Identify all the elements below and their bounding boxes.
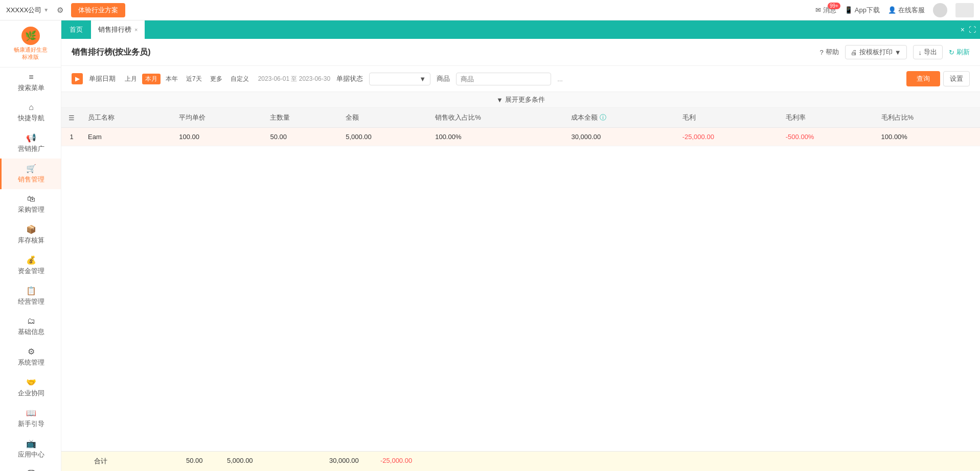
date-range-group: 上月 本月 本年 近7天 更多 自定义 <box>122 74 252 84</box>
cost-info-icon[interactable]: ⓘ <box>600 114 606 121</box>
company-name: XXXXX公司 <box>6 6 41 15</box>
sidebar-item-sys-mgmt[interactable]: ⚙ 系统管理 <box>0 342 61 372</box>
sidebar-item-label: 应用中心 <box>18 450 44 459</box>
export-button[interactable]: ↓ 导出 <box>913 45 943 59</box>
footer-total: 5,000.00 <box>221 457 272 466</box>
avatar[interactable] <box>933 3 947 17</box>
status-label: 单据状态 <box>336 74 363 83</box>
enterprise-collab-icon: 🤝 <box>26 377 36 387</box>
export-icon: ↓ <box>919 49 922 56</box>
expand-more-icon: ▼ <box>496 96 503 104</box>
sidebar-item-capital-mgmt[interactable]: 💰 资金管理 <box>0 250 61 281</box>
tab-home[interactable]: 首页 <box>61 20 91 39</box>
sidebar-item-enterprise-wechat[interactable]: 💬 企业微信 <box>0 464 61 471</box>
online-service-button[interactable]: 👤 在线客服 <box>888 6 925 15</box>
sidebar-item-search-order[interactable]: ≡ 搜索菜单 <box>0 68 61 98</box>
date-custom-button[interactable]: 自定义 <box>227 74 252 84</box>
date-more-button[interactable]: 更多 <box>207 74 225 84</box>
cell-employee: Eam <box>82 128 173 146</box>
sidebar-item-label: 经营管理 <box>18 297 44 306</box>
sidebar-item-enterprise-collab[interactable]: 🤝 企业协同 <box>0 372 61 403</box>
help-button[interactable]: ? 帮助 <box>819 48 838 57</box>
cell-gross: -25,000.00 <box>676 128 780 146</box>
date-this-year-button[interactable]: 本年 <box>163 74 181 84</box>
sidebar-item-label: 系统管理 <box>18 358 44 367</box>
search-order-icon: ≡ <box>29 73 33 82</box>
inventory-icon: 📦 <box>26 225 36 234</box>
col-cost: 成本全额 ⓘ <box>565 108 676 128</box>
sidebar-item-purchase-mgmt[interactable]: 🛍 采购管理 <box>0 189 61 219</box>
cell-sales-pct: 100.00% <box>429 128 565 146</box>
cell-gross-pct: 100.00% <box>875 128 980 146</box>
sidebar-item-marketing[interactable]: 📢 营销推广 <box>0 128 61 159</box>
sidebar-item-ops-mgmt[interactable]: 📋 经营管理 <box>0 281 61 311</box>
logo-text: 畅康通好生意标准版 <box>14 46 48 61</box>
company-selector[interactable]: XXXXX公司 ▼ <box>6 6 49 15</box>
table-settings-button[interactable]: 设置 <box>943 71 970 86</box>
app-icon: 📱 <box>845 6 853 14</box>
refresh-button[interactable]: ↻ 刷新 <box>949 48 970 57</box>
status-select[interactable]: ▼ <box>369 73 430 85</box>
date-7days-button[interactable]: 近7天 <box>183 74 205 84</box>
sidebar-item-app-center[interactable]: 📺 应用中心 <box>0 434 61 464</box>
print-icon: 🖨 <box>851 49 857 56</box>
sidebar-item-inventory[interactable]: 📦 库存核算 <box>0 219 61 250</box>
more-filter-dots[interactable]: ... <box>557 75 563 83</box>
col-gross-rate: 毛利率 <box>780 108 875 128</box>
query-button[interactable]: 查询 <box>906 71 940 86</box>
message-icon: ✉ <box>815 6 821 14</box>
tab-sales-ranking[interactable]: 销售排行榜 × <box>91 20 145 39</box>
col-avg-price: 平均单价 <box>173 108 264 128</box>
sidebar: 🌿 畅康通好生意标准版 ≡ 搜索菜单 ⌂ 快捷导航 📢 营销推广 🛒 销售管理 … <box>0 20 61 471</box>
tab-window-close-button[interactable]: × <box>961 26 965 34</box>
top-right-actions: ✉ 消息 99+ 📱 App下载 👤 在线客服 <box>815 3 974 17</box>
footer-gross: -25,000.00 <box>374 457 425 466</box>
expand-more-button[interactable]: ▼ 展开更多条件 <box>496 95 545 104</box>
sidebar-item-sales-mgmt[interactable]: 🛒 销售管理 <box>0 159 61 189</box>
col-settings[interactable]: ☰ <box>61 108 82 128</box>
content-area: 首页 销售排行榜 × × ⛶ 销售排行榜(按业务员) ? 帮助 <box>61 20 980 471</box>
table-footer: 合计 50.00 5,000.00 30,000.00 -25,000.00 <box>61 451 980 471</box>
expand-more-bar: ▼ 展开更多条件 <box>61 92 980 108</box>
capital-mgmt-icon: 💰 <box>26 255 36 265</box>
date-label: 单据日期 <box>89 74 116 83</box>
tab-close-icon[interactable]: × <box>134 27 138 33</box>
beginner-guide-icon: 📖 <box>26 408 36 418</box>
message-button[interactable]: ✉ 消息 99+ <box>815 6 836 15</box>
col-employee: 员工名称 <box>82 108 173 128</box>
sidebar-item-label: 采购管理 <box>18 205 44 214</box>
sidebar-item-basic-info[interactable]: 🗂 基础信息 <box>0 311 61 342</box>
col-total: 全额 <box>339 108 429 128</box>
table-body: 1Eam100.0050.005,000.00100.00%30,000.00-… <box>61 128 980 146</box>
cell-total: 5,000.00 <box>339 128 429 146</box>
cell-avg-price: 100.00 <box>173 128 264 146</box>
tab-bar: 首页 销售排行榜 × × ⛶ <box>61 20 980 39</box>
trial-button[interactable]: 体验行业方案 <box>71 3 125 17</box>
logo-icon: 🌿 <box>21 27 40 45</box>
refresh-icon: ↻ <box>949 49 954 56</box>
sales-ranking-table: ☰ 员工名称 平均单价 主数量 全额 销售收入占比% 成本全额 ⓘ 毛利 毛利率… <box>61 108 980 146</box>
tab-window-expand-button[interactable]: ⛶ <box>969 26 976 34</box>
tab-label: 销售排行榜 <box>98 25 131 34</box>
cell-rank: 1 <box>61 128 82 146</box>
date-last-month-button[interactable]: 上月 <box>122 74 140 84</box>
footer-qty: 50.00 <box>180 457 221 466</box>
app-download-button[interactable]: 📱 App下载 <box>845 6 880 15</box>
col-qty: 主数量 <box>264 108 339 128</box>
sidebar-item-beginner-guide[interactable]: 📖 新手引导 <box>0 403 61 434</box>
print-button[interactable]: 🖨 按模板打印 ▼ <box>845 45 907 59</box>
col-gross-pct: 毛利占比% <box>875 108 980 128</box>
app-download-label: App下载 <box>855 6 880 15</box>
cell-qty: 50.00 <box>264 128 339 146</box>
user-name-area[interactable] <box>955 3 974 17</box>
sidebar-item-label: 资金管理 <box>18 266 44 276</box>
filter-expand-button[interactable]: ▶ <box>72 73 83 84</box>
sidebar-item-label: 销售管理 <box>18 175 44 184</box>
settings-icon-button[interactable]: ⚙ <box>53 3 67 17</box>
date-this-month-button[interactable]: 本月 <box>142 74 161 84</box>
goods-input[interactable] <box>456 73 551 85</box>
footer-cost: 30,000.00 <box>323 457 374 466</box>
table-row: 1Eam100.0050.005,000.00100.00%30,000.00-… <box>61 128 980 146</box>
main-layout: 🌿 畅康通好生意标准版 ≡ 搜索菜单 ⌂ 快捷导航 📢 营销推广 🛒 销售管理 … <box>0 20 980 471</box>
sidebar-item-quick-nav[interactable]: ⌂ 快捷导航 <box>0 98 61 128</box>
